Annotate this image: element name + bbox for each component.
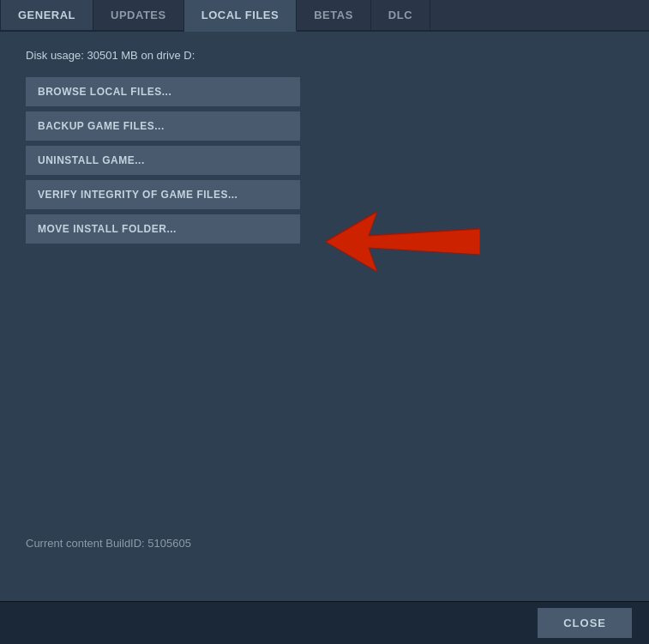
tab-dlc[interactable]: DLC	[371, 0, 430, 30]
verify-integrity-button[interactable]: VERIFY INTEGRITY OF GAME FILES...	[26, 180, 300, 209]
action-buttons-section: BROWSE LOCAL FILES... BACKUP GAME FILES.…	[26, 77, 300, 244]
disk-usage-label: Disk usage: 30501 MB on drive D:	[26, 49, 623, 62]
tab-updates[interactable]: UPDATES	[93, 0, 184, 30]
close-button[interactable]: CLOSE	[538, 608, 632, 638]
tab-general[interactable]: GENERAL	[0, 0, 93, 30]
main-window: GENERAL UPDATES LOCAL FILES BETAS DLC Di…	[0, 0, 649, 644]
content-area: Disk usage: 30501 MB on drive D: BROWSE …	[0, 32, 649, 601]
tab-bar: GENERAL UPDATES LOCAL FILES BETAS DLC	[0, 0, 649, 32]
build-info-label: Current content BuildID: 5105605	[26, 537, 191, 550]
footer: CLOSE	[0, 601, 649, 644]
tab-betas[interactable]: BETAS	[297, 0, 371, 30]
arrow-icon	[309, 203, 480, 280]
tab-local-files[interactable]: LOCAL FILES	[184, 0, 297, 32]
svg-marker-0	[326, 212, 480, 272]
uninstall-game-button[interactable]: UNINSTALL GAME...	[26, 146, 300, 175]
backup-game-files-button[interactable]: BACKUP GAME FILES...	[26, 111, 300, 141]
move-install-folder-button[interactable]: MOVE INSTALL FOLDER...	[26, 214, 300, 244]
browse-local-files-button[interactable]: BROWSE LOCAL FILES...	[26, 77, 300, 106]
arrow-annotation	[309, 203, 480, 284]
